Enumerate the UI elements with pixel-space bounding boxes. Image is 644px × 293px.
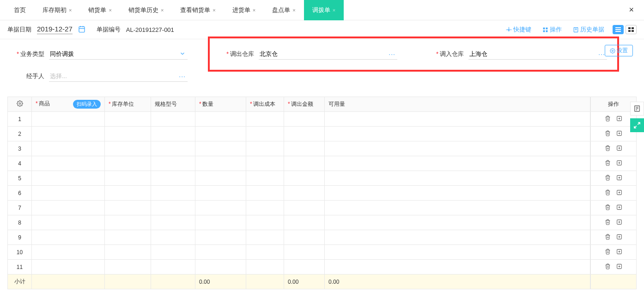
more-icon[interactable]: ··· [179, 73, 186, 80]
tab-close-icon[interactable]: × [292, 7, 295, 13]
svg-rect-8 [546, 30, 548, 32]
document-header: 单据日期 2019-12-27 单据编号 AL-20191227-001 快捷键… [0, 20, 644, 39]
table-row[interactable]: 4 [8, 156, 590, 171]
tab-close-icon[interactable]: × [161, 7, 164, 13]
chevron-down-icon[interactable] [179, 50, 186, 58]
operate-link[interactable]: 操作 [540, 25, 565, 34]
tab-close-icon[interactable]: × [253, 7, 255, 13]
delete-row-icon[interactable] [605, 204, 611, 212]
table-row[interactable]: 11 [8, 260, 590, 275]
table-row[interactable]: 7 [8, 201, 590, 215]
delete-row-icon[interactable] [605, 189, 611, 197]
ops-column: 操作 [590, 97, 637, 289]
tab-close-icon[interactable]: × [213, 7, 215, 13]
handler-select[interactable] [49, 71, 188, 82]
tabs-bar: 首页库存期初×销货单×销货单历史×查看销货单×进货单×盘点单×调拨单× × [0, 0, 644, 20]
svg-rect-14 [615, 31, 621, 32]
table-row[interactable]: 5 [8, 171, 590, 186]
table-row[interactable]: 10 [8, 245, 590, 260]
in-warehouse-label: 调入仓库 [427, 50, 468, 58]
svg-rect-16 [632, 27, 634, 29]
add-row-icon[interactable] [616, 219, 622, 226]
biz-type-select[interactable] [49, 49, 188, 60]
subtotal-row: 小计0.000.000.00 [8, 275, 590, 289]
doc-no-label: 单据编号 [97, 25, 121, 34]
table-row[interactable]: 8 [8, 215, 590, 230]
history-link[interactable]: 历史单据 [570, 25, 607, 34]
delete-row-icon[interactable] [605, 234, 611, 241]
col-qty: 数量 [199, 101, 213, 107]
tab-查看销货单[interactable]: 查看销货单× [172, 0, 224, 20]
col-ops: 操作 [591, 97, 637, 112]
date-value[interactable]: 2019-12-27 [37, 25, 73, 34]
add-row-icon[interactable] [616, 204, 622, 212]
tab-close-icon[interactable]: × [333, 7, 335, 13]
more-icon[interactable]: ··· [389, 50, 395, 58]
tab-调拨单[interactable]: 调拨单× [304, 0, 344, 20]
svg-rect-6 [546, 27, 548, 29]
table-row[interactable]: 2 [8, 127, 590, 141]
svg-point-20 [19, 103, 21, 104]
add-row-icon[interactable] [616, 175, 622, 182]
table-row[interactable]: 3 [8, 141, 590, 156]
add-row-icon[interactable] [616, 145, 622, 153]
add-row-icon[interactable] [616, 249, 622, 256]
svg-point-19 [612, 50, 614, 51]
tab-销货单[interactable]: 销货单× [80, 0, 120, 20]
delete-row-icon[interactable] [605, 263, 611, 271]
more-icon[interactable]: ··· [598, 50, 605, 58]
items-table: 商品扫码录入 库存单位 规格型号 数量 调出成本 调出金额 可用量 123456… [7, 97, 590, 289]
delete-row-icon[interactable] [605, 130, 611, 138]
add-row-icon[interactable] [616, 160, 622, 167]
doc-no-value: AL-20191227-001 [126, 26, 174, 33]
gear-icon[interactable] [17, 102, 23, 108]
delete-row-icon[interactable] [605, 175, 611, 182]
tab-盘点单[interactable]: 盘点单× [264, 0, 304, 20]
in-warehouse-select[interactable] [468, 49, 607, 60]
tab-库存期初[interactable]: 库存期初× [34, 0, 80, 20]
table-row[interactable]: 6 [8, 186, 590, 201]
dock-expand-button[interactable] [630, 118, 644, 132]
add-row-icon[interactable] [616, 189, 622, 197]
add-row-icon[interactable] [616, 263, 622, 271]
delete-row-icon[interactable] [605, 116, 611, 123]
add-row-icon[interactable] [616, 234, 622, 241]
out-warehouse-label: 调出仓库 [217, 50, 259, 58]
add-row-icon[interactable] [616, 130, 622, 138]
delete-row-icon[interactable] [605, 145, 611, 153]
col-available: 可用量 [325, 97, 590, 112]
view-list-button[interactable] [613, 25, 624, 34]
dock-notes-button[interactable] [630, 102, 644, 116]
add-row-icon[interactable] [616, 116, 622, 123]
col-product: 商品 [36, 100, 50, 107]
tab-close-icon[interactable]: × [109, 7, 111, 13]
view-grid-button[interactable] [626, 25, 637, 34]
svg-rect-5 [543, 27, 545, 29]
settings-button[interactable]: 设置 [605, 45, 633, 56]
svg-rect-13 [615, 29, 621, 30]
tab-首页[interactable]: 首页 [6, 0, 34, 20]
tab-close-icon[interactable]: × [69, 7, 72, 13]
out-warehouse-select[interactable] [259, 49, 397, 60]
scan-badge[interactable]: 扫码录入 [73, 100, 101, 109]
date-label: 单据日期 [7, 25, 31, 34]
table-row[interactable]: 9 [8, 230, 590, 245]
shortcut-link[interactable]: 快捷键 [503, 25, 534, 34]
tab-进货单[interactable]: 进货单× [224, 0, 264, 20]
col-amount: 调出金额 [288, 101, 313, 107]
calendar-icon[interactable] [78, 25, 85, 34]
delete-row-icon[interactable] [605, 249, 611, 256]
svg-rect-7 [543, 30, 545, 32]
table-row[interactable]: 1 [8, 112, 590, 127]
handler-label: 经手人 [7, 72, 49, 80]
col-unit: 库存单位 [109, 101, 134, 107]
svg-rect-12 [615, 27, 621, 28]
svg-rect-18 [632, 30, 634, 32]
col-spec: 规格型号 [151, 97, 195, 112]
close-all-icon[interactable]: × [624, 5, 638, 15]
delete-row-icon[interactable] [605, 160, 611, 167]
tab-销货单历史[interactable]: 销货单历史× [120, 0, 172, 20]
biz-type-label: 业务类型 [7, 50, 49, 58]
delete-row-icon[interactable] [605, 219, 611, 226]
col-cost: 调出成本 [250, 101, 275, 107]
